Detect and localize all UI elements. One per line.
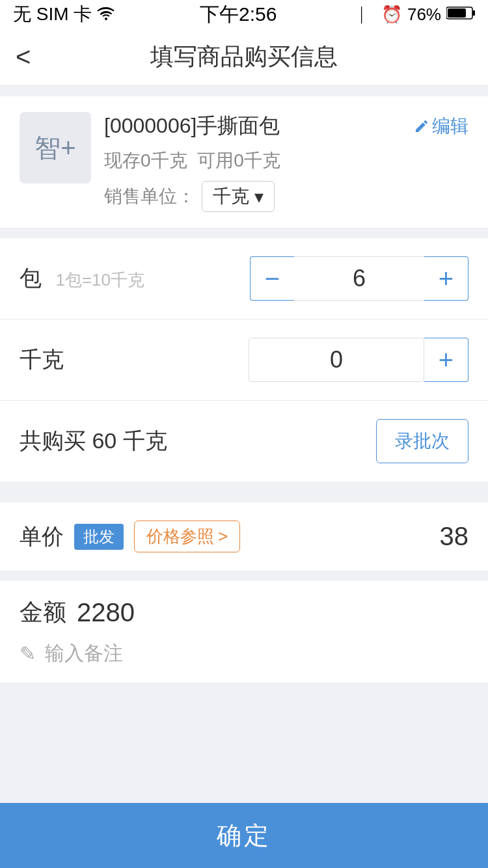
status-time: 下午2:56 [200,1,277,28]
product-unit-row: 销售单位： 千克 ▾ [104,181,468,212]
kg-qty-control: + [249,338,468,382]
amount-section: 金额 2280 ✎ 输入备注 [0,581,488,683]
price-label: 单价 [20,522,64,552]
bao-qty-control: − + [250,256,468,301]
svg-rect-1 [472,10,475,16]
confirm-bar[interactable]: 确定 [0,803,488,868]
svg-rect-2 [448,8,466,18]
unit-select[interactable]: 千克 ▾ [202,181,275,212]
product-name: [0000006]手撕面包 [104,112,280,141]
page-title: 填写商品购买信息 [150,41,338,73]
product-thumbnail: 智+ [20,112,91,183]
battery-percent: 76% [407,5,441,25]
input-section: 包 1包=10千克 − + 千克 + [0,238,488,401]
status-right: ⎸ ⏰ 76% [361,5,475,25]
section-separator-1 [0,228,488,238]
section-separator-2 [0,481,488,492]
amount-row: 金额 2280 [20,597,468,629]
status-bar: 无 SIM 卡 下午2:56 ⎸ ⏰ 76% [0,0,488,29]
content-spacer [0,683,488,813]
bao-hint: 1包=10千克 [55,270,144,290]
price-ref-arrow-icon: > [218,526,228,547]
nav-bar: < 填写商品购买信息 [0,29,488,86]
bao-label: 包 1包=10千克 [20,264,250,293]
kg-input-row: 千克 + [0,319,488,401]
battery-icon [446,5,475,25]
bao-minus-button[interactable]: − [250,256,294,301]
amount-label: 金额 [20,597,66,629]
price-row: 单价 批发 价格参照 > 38 [0,502,488,571]
location-icon: ⎸ [361,5,376,25]
price-section: 单价 批发 价格参照 > 38 [0,502,488,571]
bao-qty-input[interactable] [294,256,424,301]
remark-row[interactable]: ✎ 输入备注 [20,640,468,667]
status-left: 无 SIM 卡 [13,2,115,27]
total-row: 共购买 60 千克 录批次 [0,401,488,481]
sim-label: 无 SIM 卡 [13,2,92,27]
amount-value: 2280 [77,598,135,627]
price-reference-button[interactable]: 价格参照 > [134,521,240,552]
total-text: 共购买 60 千克 [20,426,167,456]
edit-button[interactable]: 编辑 [414,114,468,139]
product-card: 智+ [0000006]手撕面包 编辑 现存0千克 可用0千克 销售单位： 千克… [0,96,488,228]
kg-label: 千克 [20,345,249,375]
record-batch-button[interactable]: 录批次 [376,419,468,463]
bao-plus-button[interactable]: + [424,256,468,301]
back-button[interactable]: < [16,42,31,72]
remark-placeholder: 输入备注 [45,640,123,667]
pencil-icon: ✎ [20,642,36,665]
kg-plus-button[interactable]: + [424,338,468,382]
product-info: [0000006]手撕面包 编辑 现存0千克 可用0千克 销售单位： 千克 ▾ [104,112,468,212]
dropdown-arrow-icon: ▾ [254,186,264,208]
price-value: 38 [440,522,469,551]
product-stock: 现存0千克 可用0千克 [104,148,468,173]
wifi-icon [97,4,115,25]
price-tag: 批发 [74,524,124,550]
unit-label: 销售单位： [104,184,195,209]
alarm-icon: ⏰ [381,5,402,25]
kg-qty-input[interactable] [249,338,424,382]
confirm-button-label: 确定 [217,819,271,852]
bao-input-row: 包 1包=10千克 − + [0,238,488,319]
